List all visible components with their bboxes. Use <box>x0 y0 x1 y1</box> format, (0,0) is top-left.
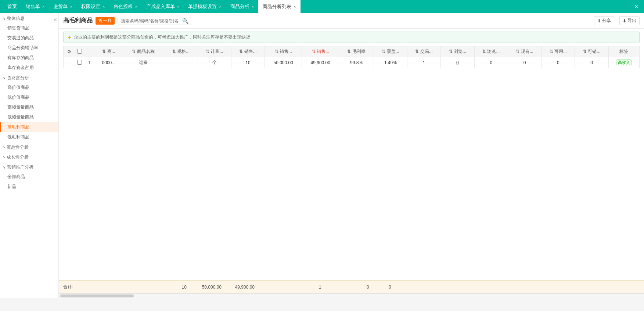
data-table: ⚙ ⇅ 商... ⇅ 商品名称 <box>63 46 640 68</box>
nav-analysis[interactable]: 商品分析 × <box>226 0 258 13</box>
close-window-button[interactable]: × <box>632 3 641 10</box>
row-sellable-cell: 0 <box>575 57 608 68</box>
sidebar-item-high-freq[interactable]: 高频量量商品 <box>0 102 58 112</box>
sales-amount-col-header[interactable]: ⇅ 销售... <box>265 46 302 57</box>
sort-unit-icon: ⇅ <box>206 49 209 54</box>
data-table-container[interactable]: ⚙ ⇅ 商... ⇅ 商品名称 <box>63 46 640 280</box>
nav-products[interactable]: 产成品入库单 × <box>142 0 184 13</box>
sidebar: « ∨ 整体信息 销售货商品 交易过的商品 商品分类辅助率 有库存的商品 库存资… <box>0 13 59 298</box>
sidebar-item-stock-capital[interactable]: 库存资金占用 <box>0 63 58 73</box>
sidebar-section-overview[interactable]: ∨ 整体信息 <box>0 13 58 23</box>
settings-col-header[interactable]: ⚙ <box>64 46 75 57</box>
share-button[interactable]: ⬆ 分享 <box>594 16 614 25</box>
sidebar-collapse-button[interactable]: « <box>54 16 57 23</box>
browse1-link[interactable]: 0 <box>456 60 459 65</box>
sidebar-item-low-freq[interactable]: 低频量量商品 <box>0 112 58 122</box>
section-arrow-icon: ∨ <box>3 17 6 21</box>
sort-sellable-icon: ⇅ <box>583 49 587 54</box>
tag-badge: 高收入 <box>616 59 632 65</box>
sidebar-section-financial[interactable]: ∨ 货财富分析 <box>0 73 58 83</box>
search-button[interactable]: 🔍 <box>182 18 188 24</box>
close-template-tab[interactable]: × <box>219 0 221 13</box>
share-icon: ⬆ <box>597 18 601 23</box>
table-row: 1 0000... 运费 个 10 50,000.00 49,900.00 99… <box>64 57 640 68</box>
settings-icon[interactable]: ⚙ <box>67 49 71 54</box>
coverage-col-header[interactable]: ⇅ 覆盖... <box>374 46 407 57</box>
spec-col-header[interactable]: ⇅ 规格... <box>164 46 198 57</box>
nav-home[interactable]: 首页 <box>3 0 21 13</box>
sidebar-section-growth[interactable]: > 成长性分析 <box>0 152 58 162</box>
row-gross-rate-cell: 99.8% <box>339 57 374 68</box>
sort-name-icon: ⇅ <box>132 49 136 54</box>
gross-rate-col-header[interactable]: ⇅ 毛利率 <box>339 46 374 57</box>
close-purchase-tab[interactable]: × <box>70 0 72 13</box>
scrollbar-thumb[interactable] <box>60 294 134 297</box>
section-arrow-growth-icon: > <box>3 155 5 159</box>
sidebar-item-low-margin[interactable]: 低毛利商品 <box>0 132 58 142</box>
table-header-row: ⚙ ⇅ 商... ⇅ 商品名称 <box>64 46 640 57</box>
row-checkbox-cell[interactable] <box>75 57 84 68</box>
export-icon: ⬇ <box>623 18 626 23</box>
footer-available1: 0 <box>379 285 401 290</box>
nav-roles[interactable]: 角色授权 × <box>109 0 141 13</box>
time-filter-button[interactable]: 近一月 <box>96 17 115 25</box>
search-input[interactable] <box>118 17 191 25</box>
transactions-col-header[interactable]: ⇅ 交易... <box>407 46 441 57</box>
name-col-header[interactable]: ⇅ 商品名称 <box>122 46 164 57</box>
sellable-col-header[interactable]: ⇅ 可销... <box>575 46 608 57</box>
sort-transactions-icon: ⇅ <box>415 49 419 54</box>
select-all-checkbox[interactable] <box>77 49 82 54</box>
row-checkbox[interactable] <box>77 60 82 65</box>
sidebar-item-analysis-assist[interactable]: 商品分类辅助率 <box>0 43 58 53</box>
tag-col-header[interactable]: 标签 <box>608 46 639 57</box>
sales-profit-col-header[interactable]: ⇅ 销售... <box>302 46 339 57</box>
available1-col-header[interactable]: ⇅ 现有... <box>508 46 541 57</box>
sort-available1-icon: ⇅ <box>516 49 519 54</box>
sort-spec-icon: ⇅ <box>172 49 176 54</box>
sidebar-item-stocked-goods[interactable]: 有库存的商品 <box>0 53 58 63</box>
section-arrow-marketing-icon: ∨ <box>3 165 6 169</box>
close-permissions-tab[interactable]: × <box>102 0 105 13</box>
close-sales-tab[interactable]: × <box>42 0 44 13</box>
horizontal-scrollbar[interactable] <box>59 293 644 298</box>
nav-permissions[interactable]: 权限设置 × <box>77 0 109 13</box>
sidebar-item-high-value[interactable]: 高价值商品 <box>0 83 58 93</box>
browse2-col-header[interactable]: ⇅ 浏览... <box>474 46 508 57</box>
nav-template[interactable]: 单据模板设置 × <box>184 0 226 13</box>
info-banner: ✦ 企业的主要的利润都是这部分商品创造的，可考虑加大推广，同时关注库存是不要出现… <box>63 32 640 43</box>
close-roles-tab[interactable]: × <box>135 0 137 13</box>
row-name-cell: 运费 <box>122 57 164 68</box>
unit-col-header[interactable]: ⇅ 计量... <box>198 46 231 57</box>
sort-gross-rate-icon: ⇅ <box>347 49 351 54</box>
nav-purchase[interactable]: 进货单 × <box>49 0 76 13</box>
content-header: 高毛利商品 近一月 🔍 ⬆ 分享 ⬇ 导出 <box>59 13 644 29</box>
row-no-cell: 1 <box>84 57 95 68</box>
close-products-tab[interactable]: × <box>177 0 179 13</box>
row-browse1-cell[interactable]: 0 <box>441 57 474 68</box>
page-title: 高毛利商品 <box>63 17 93 25</box>
close-analysis-tab[interactable]: × <box>252 0 254 13</box>
content-area: 高毛利商品 近一月 🔍 ⬆ 分享 ⬇ 导出 ✦ 企业的主要的利润都是这部分商品创… <box>59 13 644 298</box>
row-browse2-cell: 0 <box>474 57 508 68</box>
sidebar-item-all-goods[interactable]: 全部商品 <box>0 172 58 182</box>
sidebar-item-new-goods[interactable]: 新品 <box>0 182 58 192</box>
sales-qty-col-header[interactable]: ⇅ 销售... <box>231 46 265 57</box>
browse1-col-header[interactable]: ⇅ 浏览... <box>441 46 474 57</box>
nav-sales[interactable]: 销售单 × <box>21 0 49 13</box>
sidebar-item-high-margin[interactable]: 高毛利商品 <box>0 122 58 132</box>
sort-browse2-icon: ⇅ <box>482 49 486 54</box>
footer-sales-amount: 50,000.00 <box>195 285 228 290</box>
nav-analysis-list[interactable]: 商品分析列表 × <box>258 0 300 13</box>
checkbox-col-header[interactable] <box>75 46 84 57</box>
code-col-header[interactable]: ⇅ 商... <box>95 46 122 57</box>
sidebar-item-low-value[interactable]: 低价值商品 <box>0 93 58 102</box>
sort-coverage-icon: ⇅ <box>382 49 385 54</box>
sidebar-item-traded-goods[interactable]: 交易过的商品 <box>0 33 58 43</box>
available2-col-header[interactable]: ⇅ 可用... <box>542 46 575 57</box>
star-icon: ✦ <box>67 35 72 40</box>
close-analysis-list-tab[interactable]: × <box>294 0 296 13</box>
sidebar-section-trend[interactable]: > 流趋性分析 <box>0 142 58 152</box>
sidebar-section-marketing[interactable]: ∨ 营销推广分析 <box>0 162 58 172</box>
sidebar-item-sales-goods[interactable]: 销售货商品 <box>0 23 58 33</box>
export-button[interactable]: ⬇ 导出 <box>619 16 640 25</box>
